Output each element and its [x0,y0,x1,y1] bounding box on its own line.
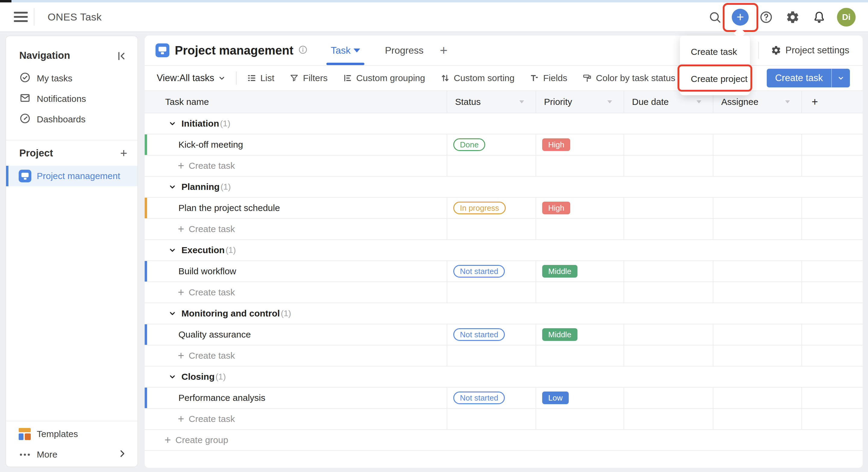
sidebar-item-my-tasks[interactable]: My tasks [6,68,137,89]
notifications-bell-icon[interactable] [812,10,826,24]
search-icon[interactable] [708,10,721,24]
assignee-cell[interactable] [713,134,801,155]
sort-caret-icon[interactable] [607,100,612,103]
create-task-inline-button[interactable]: +Create task [178,224,235,234]
column-header-status[interactable]: Status [447,91,535,113]
topbar: ONES Task + Di [0,2,868,32]
status-badge[interactable]: Not started [453,328,505,341]
add-project-icon[interactable]: + [120,147,127,159]
create-group-button[interactable]: +Create group [164,435,228,445]
priority-badge[interactable]: Low [542,391,569,404]
extra-cell [801,134,863,155]
list-button[interactable]: List [247,73,275,83]
chevron-down-icon[interactable] [168,119,177,128]
chevron-down-icon[interactable] [832,74,850,82]
sidebar-item-more[interactable]: More [6,444,137,465]
filters-button[interactable]: Filters [289,73,328,83]
assignee-cell[interactable] [713,261,801,282]
priority-badge[interactable]: High [542,138,570,151]
due-date-cell[interactable] [624,324,713,345]
due-date-cell[interactable] [624,198,713,218]
create-task-inline-button[interactable]: +Create task [178,287,235,298]
create-task-button-label: Create task [767,73,831,84]
assignee-cell[interactable] [713,198,801,218]
task-row[interactable]: Performance analysis Not started Low [145,388,863,409]
task-row[interactable]: Kick-off meeting Done High [145,134,863,156]
create-button[interactable]: + [732,9,749,26]
sort-caret-icon[interactable] [519,100,524,103]
templates-icon [19,428,31,440]
task-row[interactable]: Quality assurance Not started Middle [145,324,863,345]
settings-gear-icon[interactable] [786,10,800,24]
color-by-task-status-button[interactable]: Color by task status [582,73,675,83]
task-color-bar [145,134,147,155]
page-title: Project management [175,44,293,57]
create-task-button[interactable]: Create task [767,69,850,87]
sort-caret-icon[interactable] [785,100,790,103]
column-header-task-name[interactable]: Task name [145,91,447,113]
task-name[interactable]: Kick-off meeting [179,139,243,150]
create-task-inline-button[interactable]: +Create task [178,350,235,361]
avatar-initials[interactable]: Di [837,8,856,27]
plus-icon[interactable]: + [732,9,749,26]
tab-progress[interactable]: Progress [381,36,427,65]
status-badge[interactable]: Done [453,138,485,151]
task-name[interactable]: Quality assurance [179,329,251,340]
sidebar-item-templates[interactable]: Templates [6,424,137,444]
list-icon [247,73,256,83]
task-name[interactable]: Performance analysis [179,393,265,403]
menu-item-create-project[interactable]: Create project [680,69,750,89]
page-header: Project management Task Progress + Proje… [145,36,863,66]
info-icon[interactable] [298,45,308,56]
project-heading: Project [19,147,53,159]
chevron-down-icon[interactable] [168,309,177,318]
list-label: List [260,73,275,83]
status-badge[interactable]: Not started [453,391,505,404]
collapse-sidebar-icon[interactable] [115,50,127,63]
due-date-cell[interactable] [624,261,713,282]
priority-badge[interactable]: Middle [542,328,578,341]
tab-task[interactable]: Task [327,36,364,65]
assignee-cell[interactable] [713,324,801,345]
sidebar-item-dashboards[interactable]: Dashboards [6,109,137,130]
task-row[interactable]: Build workflow Not started Middle [145,261,863,282]
add-column-button[interactable]: + [801,91,863,113]
task-name[interactable]: Build workflow [179,266,236,276]
extra-cell [801,324,863,345]
create-dropdown-menu: Create task Create project [680,36,750,95]
due-date-cell[interactable] [624,388,713,408]
window-top-strip-corner [0,0,11,2]
avatar[interactable]: Di [837,8,856,27]
task-row[interactable]: Plan the project schedule In progress Hi… [145,198,863,219]
chevron-down-icon[interactable] [168,246,177,254]
help-icon[interactable] [759,10,773,24]
group-row-planning: Planning (1) [145,177,863,198]
fields-button[interactable]: Fields [530,73,567,83]
sidebar: Navigation My tasks Notifications Dashbo… [5,36,138,467]
priority-badge[interactable]: Middle [542,265,578,278]
tab-label: Progress [385,45,424,56]
task-name[interactable]: Plan the project schedule [179,203,280,213]
create-task-inline-button[interactable]: +Create task [178,413,235,424]
due-date-cell[interactable] [624,134,713,155]
status-badge[interactable]: In progress [453,202,506,214]
chevron-down-icon[interactable] [168,183,177,191]
chevron-down-icon[interactable] [168,373,177,381]
sort-caret-icon[interactable] [696,100,701,103]
create-task-inline-button[interactable]: +Create task [178,160,235,171]
sidebar-item-project-management[interactable]: Project management [6,166,137,186]
sidebar-item-notifications[interactable]: Notifications [6,89,137,109]
custom-grouping-button[interactable]: Custom grouping [343,73,425,83]
status-badge[interactable]: Not started [453,265,505,278]
priority-badge[interactable]: High [542,202,570,214]
fields-icon [530,73,539,83]
menu-item-create-task[interactable]: Create task [680,42,750,62]
custom-sorting-button[interactable]: Custom sorting [440,73,515,83]
column-header-priority[interactable]: Priority [535,91,624,113]
assignee-cell[interactable] [713,388,801,408]
hamburger-menu-icon[interactable] [14,12,28,22]
view-selector[interactable]: View:All tasks [157,73,226,84]
project-settings-button[interactable]: Project settings [771,45,849,56]
add-tab-icon[interactable]: + [440,43,447,58]
group-row-initiation: Initiation (1) [145,113,863,134]
